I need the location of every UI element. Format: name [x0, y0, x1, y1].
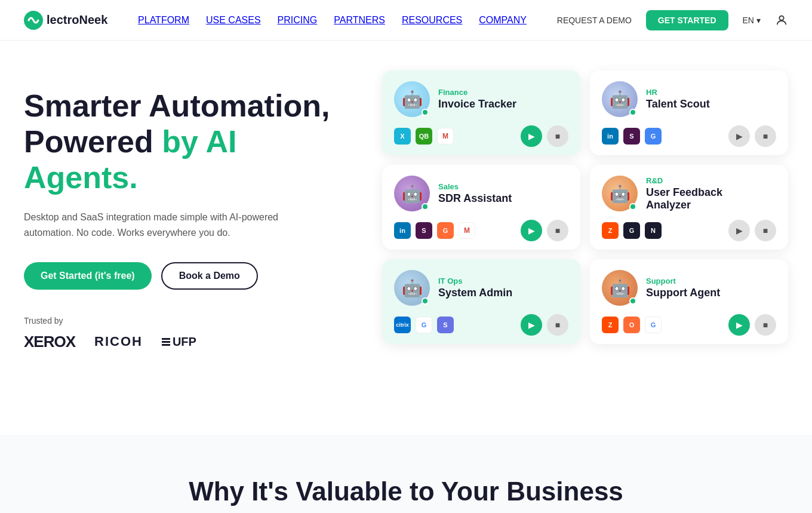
- user-icon[interactable]: [775, 14, 788, 27]
- card-sales: 🤖 Sales SDR Assistant in S G M ▶ ■: [382, 165, 580, 250]
- gmail-icon-sales: M: [459, 222, 475, 239]
- navbar: lectroNeek PLATFORM USE CASES PRICING PA…: [0, 0, 812, 41]
- card-support: 🤖 Support Support Agent Z O G ▶ ■: [590, 259, 788, 344]
- stop-button-support[interactable]: ■: [755, 314, 776, 336]
- xerox-logo: XEROX: [24, 333, 75, 351]
- linkedin-icon: in: [602, 128, 619, 145]
- stop-button-sales[interactable]: ■: [547, 220, 568, 241]
- card-category-support: Support: [646, 277, 720, 285]
- get-started-button[interactable]: Get Started (it's free): [24, 262, 152, 290]
- card-name-rd: User FeedbackAnalyzer: [646, 186, 722, 211]
- nav-company[interactable]: COMPANY: [479, 15, 527, 26]
- card-icons-finance: X QB M: [394, 128, 454, 145]
- logo-text: lectroNeek: [47, 13, 107, 27]
- gdoc-icon: G: [645, 128, 662, 145]
- slack-icon-sales: S: [416, 222, 432, 239]
- ricoh-logo: RICOH: [94, 334, 143, 349]
- card-icons-rd: Z G N: [602, 222, 662, 239]
- nav-use-cases[interactable]: USE CASES: [206, 15, 261, 26]
- card-icons-hr: in S G: [602, 128, 662, 145]
- nav-links: PLATFORM USE CASES PRICING PARTNERS RESO…: [138, 15, 527, 26]
- nav-platform[interactable]: PLATFORM: [138, 15, 189, 26]
- avatar-itops: 🤖: [394, 270, 430, 306]
- hero-title: Smarter Automation, Powered by AI Agents…: [24, 88, 352, 195]
- nav-get-started-button[interactable]: GET STARTED: [646, 10, 728, 30]
- hero-left: Smarter Automation, Powered by AI Agents…: [24, 76, 352, 351]
- play-button-finance[interactable]: ▶: [521, 125, 542, 147]
- zapier-icon: Z: [602, 222, 619, 239]
- card-hr: 🤖 HR Talent Scout in S G ▶ ■: [590, 70, 788, 155]
- trusted-by-section: Trusted by XEROX RICOH UFP: [24, 316, 352, 351]
- card-finance: 🤖 Finance Invoice Tracker X QB M ▶ ■: [382, 70, 580, 155]
- trusted-by-label: Trusted by: [24, 316, 352, 325]
- card-icons-sales: in S G M: [394, 222, 475, 239]
- card-name-hr: Talent Scout: [646, 98, 710, 110]
- hero-subtitle: Desktop and SaaS integration made simple…: [24, 210, 310, 240]
- avatar-hr: 🤖: [602, 81, 638, 117]
- card-name-support: Support Agent: [646, 287, 720, 299]
- nav-partners[interactable]: PARTNERS: [334, 15, 385, 26]
- hero-section: Smarter Automation, Powered by AI Agents…: [0, 41, 812, 435]
- nav-request-demo[interactable]: REQUEST A DEMO: [557, 16, 632, 25]
- avatar-finance: 🤖: [394, 81, 430, 117]
- value-title: Why It's Valuable to Your Business: [24, 477, 788, 506]
- value-section: Why It's Valuable to Your Business Make …: [0, 435, 812, 513]
- card-icons-itops: citrix G S: [394, 317, 454, 333]
- play-button-itops[interactable]: ▶: [521, 314, 542, 336]
- nav-pricing[interactable]: PRICING: [278, 15, 318, 26]
- stop-button-itops[interactable]: ■: [547, 314, 568, 336]
- slack-icon: S: [623, 128, 640, 145]
- github-icon: G: [623, 222, 640, 239]
- stop-button-finance[interactable]: ■: [547, 125, 568, 147]
- card-name-sales: SDR Assistant: [438, 192, 512, 205]
- hero-buttons: Get Started (it's free) Book a Demo: [24, 262, 352, 290]
- slack-icon-itops: S: [437, 317, 454, 333]
- zapier-icon-support: Z: [602, 317, 619, 333]
- play-button-support[interactable]: ▶: [728, 314, 750, 336]
- ufp-logo: UFP: [162, 335, 196, 349]
- linkedin-icon-sales: in: [394, 222, 411, 239]
- orange-icon-support: O: [623, 317, 640, 333]
- book-demo-button[interactable]: Book a Demo: [161, 262, 258, 290]
- quickbooks-icon: QB: [416, 128, 432, 145]
- card-name-itops: System Admin: [438, 287, 512, 299]
- hero-cards-grid: 🤖 Finance Invoice Tracker X QB M ▶ ■: [358, 70, 788, 344]
- card-category-sales: Sales: [438, 182, 512, 191]
- card-category-rd: R&D: [646, 176, 722, 185]
- stop-button-rd[interactable]: ■: [755, 220, 776, 241]
- play-button-hr[interactable]: ▶: [728, 125, 750, 147]
- crm-icon-sales: G: [437, 222, 454, 239]
- play-button-rd[interactable]: ▶: [728, 220, 750, 241]
- play-button-sales[interactable]: ▶: [521, 220, 542, 241]
- svg-point-1: [779, 16, 783, 20]
- card-itops: 🤖 IT Ops System Admin citrix G S ▶ ■: [382, 259, 580, 344]
- logo[interactable]: lectroNeek: [24, 11, 107, 30]
- chrome-icon: G: [416, 317, 432, 333]
- nav-resources[interactable]: RESOURCES: [402, 15, 462, 26]
- card-name-finance: Invoice Tracker: [438, 98, 516, 110]
- card-category-finance: Finance: [438, 88, 516, 97]
- chrome-icon-support: G: [645, 317, 662, 333]
- card-category-hr: HR: [646, 88, 710, 97]
- avatar-sales: 🤖: [394, 176, 430, 211]
- nav-right: REQUEST A DEMO GET STARTED EN ▾: [557, 10, 788, 30]
- gmail-icon: M: [437, 128, 454, 145]
- xero-icon: X: [394, 128, 411, 145]
- trusted-logos: XEROX RICOH UFP: [24, 333, 352, 351]
- avatar-support: 🤖: [602, 270, 638, 306]
- card-category-itops: IT Ops: [438, 277, 512, 285]
- stop-button-hr[interactable]: ■: [755, 125, 776, 147]
- avatar-rd: 🤖: [602, 176, 638, 211]
- notion-icon: N: [645, 222, 662, 239]
- language-selector[interactable]: EN ▾: [743, 16, 761, 25]
- citrix-icon: citrix: [394, 317, 411, 333]
- card-icons-support: Z O G: [602, 317, 662, 333]
- card-rd: 🤖 R&D User FeedbackAnalyzer Z G N ▶ ■: [590, 165, 788, 250]
